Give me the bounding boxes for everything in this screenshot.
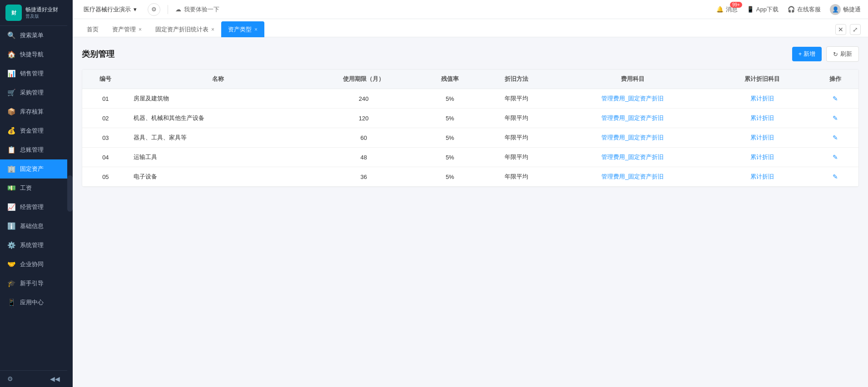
tab-asset-mgmt[interactable]: 资产管理 × [105, 21, 149, 37]
cell-op-2: ✎ [812, 128, 858, 148]
cloud-icon: ☁ [175, 6, 181, 13]
settings-icon[interactable]: ⚙ [7, 375, 13, 382]
table-row: 02 机器、机械和其他生产设备 120 5% 年限平均 管理费用_固定资产折旧 … [82, 109, 858, 128]
app-download-button[interactable]: 📱 App下载 [747, 5, 779, 14]
settings-button[interactable]: ⚙ [148, 3, 160, 16]
logo-badge: 普及版 [25, 13, 58, 20]
category-table: 编号 名称 使用期限（月） 残值率 折旧方法 费用科目 累计折旧科目 操作 01… [82, 69, 858, 187]
cell-accumulated-3: 累计折旧 [712, 148, 812, 167]
messages-button[interactable]: 🔔 消息 99+ [716, 5, 738, 14]
tabs-actions: ✕ ⤢ [835, 24, 861, 37]
edit-button-0[interactable]: ✎ [833, 95, 838, 102]
sidebar-item-guide[interactable]: 🎓 新手引导 [0, 274, 67, 293]
sidebar-item-cooperation[interactable]: 🤝 企业协同 [0, 255, 67, 274]
cell-op-4: ✎ [812, 167, 858, 187]
topbar: 医疗器械行业演示 ▾ ⚙ ☁ 我要体验一下 🔔 消息 99+ 📱 App下载 🎧… [73, 0, 868, 19]
cell-method-4: 年限平均 [480, 167, 553, 187]
tab-asset-type-close[interactable]: × [254, 26, 258, 33]
cell-period-3: 48 [308, 148, 420, 167]
sidebar-label-operation: 经营管理 [20, 203, 44, 211]
sidebar-item-fixed-assets[interactable]: 🏢 固定资产 [0, 159, 67, 179]
sidebar-collapse-icon[interactable]: ◀◀ [50, 375, 60, 382]
tab-fixed-asset-table-close[interactable]: × [211, 26, 214, 33]
data-table-container: 编号 名称 使用期限（月） 残值率 折旧方法 费用科目 累计折旧科目 操作 01… [82, 69, 859, 187]
cell-accumulated-4: 累计折旧 [712, 167, 812, 187]
cell-code-2: 03 [82, 128, 129, 148]
sidebar-label-guide: 新手引导 [20, 279, 44, 288]
tab-fixed-asset-table-label: 固定资产折旧统计表 [155, 25, 208, 34]
tab-asset-mgmt-close[interactable]: × [139, 26, 142, 33]
table-header-row: 编号 名称 使用期限（月） 残值率 折旧方法 费用科目 累计折旧科目 操作 [82, 69, 858, 89]
company-selector[interactable]: 医疗器械行业演示 ▾ [80, 4, 140, 15]
cell-expense-3: 管理费用_固定资产折旧 [553, 148, 712, 167]
sidebar-item-sales[interactable]: 📊 销售管理 [0, 64, 67, 83]
sidebar-item-system[interactable]: ⚙️ 系统管理 [0, 236, 67, 255]
cell-residual-0: 5% [420, 89, 480, 109]
cell-period-0: 240 [308, 89, 420, 109]
table-row: 03 器具、工具、家具等 60 5% 年限平均 管理费用_固定资产折旧 累计折旧… [82, 128, 858, 148]
logo-icon: 财 [5, 5, 22, 21]
sidebar-label-quick-nav: 快捷导航 [20, 50, 44, 59]
sidebar-item-capital[interactable]: 💰 资金管理 [0, 121, 67, 140]
cell-expense-4: 管理费用_固定资产折旧 [553, 167, 712, 187]
edit-button-1[interactable]: ✎ [833, 114, 838, 122]
cell-expense-2: 管理费用_固定资产折旧 [553, 128, 712, 148]
user-label: 畅捷通 [843, 5, 861, 14]
cell-method-2: 年限平均 [480, 128, 553, 148]
tab-home[interactable]: 首页 [80, 21, 105, 37]
sidebar-icon-quick-nav: 🏠 [7, 50, 15, 59]
page-actions: + 新增 ↻ 刷新 [792, 46, 859, 62]
trial-button[interactable]: ☁ 我要体验一下 [175, 5, 219, 14]
sidebar-item-app-center[interactable]: 📱 应用中心 [0, 293, 67, 312]
page-title: 类别管理 [82, 49, 114, 60]
refresh-button[interactable]: ↻ 刷新 [826, 46, 859, 62]
sidebar-item-basic-info[interactable]: ℹ️ 基础信息 [0, 217, 67, 236]
cell-name-1: 机器、机械和其他生产设备 [129, 109, 308, 128]
edit-button-3[interactable]: ✎ [833, 154, 838, 161]
sidebar-icon-cooperation: 🤝 [7, 260, 15, 268]
sidebar-icon-system: ⚙️ [7, 241, 15, 249]
user-button[interactable]: 👤 畅捷通 [830, 4, 861, 15]
sidebar-item-search[interactable]: 🔍 搜索菜单 [0, 26, 67, 45]
sidebar-label-ledger: 总账管理 [20, 146, 44, 154]
messages-badge: 99+ [730, 2, 742, 8]
edit-button-2[interactable]: ✎ [833, 134, 838, 141]
new-button[interactable]: + 新增 [792, 47, 822, 61]
tab-maximize-btn[interactable]: ⤢ [850, 24, 861, 35]
sidebar-item-quick-nav[interactable]: 🏠 快捷导航 [0, 45, 67, 64]
tab-close-btn[interactable]: ✕ [835, 24, 846, 35]
cell-period-1: 120 [308, 109, 420, 128]
sidebar-icon-app-center: 📱 [7, 298, 15, 307]
avatar-icon: 👤 [830, 4, 841, 15]
sidebar-item-ledger[interactable]: 📋 总账管理 [0, 140, 67, 159]
headset-icon: 🎧 [788, 6, 795, 13]
tab-asset-type[interactable]: 资产类型 × [221, 21, 264, 37]
col-residual-rate: 残值率 [420, 69, 480, 89]
cell-period-2: 60 [308, 128, 420, 148]
cell-expense-0: 管理费用_固定资产折旧 [553, 89, 712, 109]
sidebar-label-purchase: 采购管理 [20, 89, 44, 97]
edit-button-4[interactable]: ✎ [833, 173, 838, 180]
page-header: 类别管理 + 新增 ↻ 刷新 [82, 46, 859, 62]
sidebar-scrollbar[interactable] [67, 175, 73, 212]
sidebar-icon-fixed-assets: 🏢 [7, 165, 15, 173]
refresh-icon: ↻ [833, 51, 838, 58]
online-service-button[interactable]: 🎧 在线客服 [788, 5, 821, 14]
sidebar-item-purchase[interactable]: 🛒 采购管理 [0, 83, 67, 102]
cell-expense-1: 管理费用_固定资产折旧 [553, 109, 712, 128]
cell-method-0: 年限平均 [480, 89, 553, 109]
sidebar-item-inventory[interactable]: 📦 库存核算 [0, 102, 67, 121]
sidebar-item-operation[interactable]: 📈 经营管理 [0, 198, 67, 217]
col-code: 编号 [82, 69, 129, 89]
bell-icon: 🔔 [716, 6, 724, 13]
cell-op-3: ✎ [812, 148, 858, 167]
sidebar-label-sales: 销售管理 [20, 69, 44, 78]
tab-asset-mgmt-label: 资产管理 [112, 25, 136, 34]
sidebar-item-salary[interactable]: 💵 工资 [0, 179, 67, 198]
cell-accumulated-1: 累计折旧 [712, 109, 812, 128]
sidebar-icon-search: 🔍 [7, 31, 15, 40]
tab-fixed-asset-table[interactable]: 固定资产折旧统计表 × [149, 21, 221, 37]
logo-text: 畅捷通好业财 [25, 6, 58, 14]
app-logo: 财 畅捷通好业财 普及版 [0, 0, 67, 26]
cell-period-4: 36 [308, 167, 420, 187]
